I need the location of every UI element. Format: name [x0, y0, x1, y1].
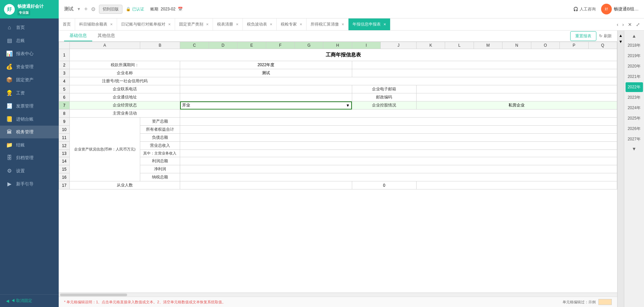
year-nav-down[interactable]: ▼: [626, 145, 643, 153]
tab-subject[interactable]: 科目辅助余额表 ✕: [75, 18, 117, 31]
reset-report-button[interactable]: 重置报表: [570, 31, 596, 41]
cell-2-label: 税款所属期间：: [70, 61, 180, 69]
col-header-q: Q: [588, 42, 617, 49]
tab-annual-report-close[interactable]: ✕: [383, 23, 386, 26]
tab-tax-table[interactable]: 税表清册 ✕: [213, 18, 243, 31]
sidebar-item-archive[interactable]: 🗄 归档管理: [0, 151, 59, 164]
service-button[interactable]: 🎧 人工咨询: [573, 6, 596, 12]
cell-16-label: 纳税总额: [140, 173, 180, 181]
tab-income-tax[interactable]: 所得税汇算清缴 ✕: [307, 18, 348, 31]
cell-6-postal[interactable]: [416, 93, 617, 101]
year-nav-up[interactable]: ▲: [626, 32, 643, 40]
sidebar-pin-toggle[interactable]: ◀ ◀ 取消固定: [0, 294, 59, 307]
collapse-up-icon: ▲: [619, 33, 623, 38]
tab-prev-button[interactable]: ‹: [615, 22, 620, 27]
reports-icon: 📊: [6, 50, 13, 57]
cell-2-value[interactable]: 2022年度: [180, 61, 352, 69]
tab-tax-fluctuation-label: 税负波动表: [247, 21, 267, 27]
year-2023[interactable]: 2023年: [626, 93, 643, 102]
dropdown-arrow-icon[interactable]: ▼: [346, 103, 350, 108]
example-cell-preview: [598, 299, 612, 305]
sidebar-item-guide[interactable]: ▶ 新手引导: [0, 177, 59, 190]
tab-next-button[interactable]: ›: [621, 22, 625, 27]
sidebar-item-ledger[interactable]: ▤ 总账: [0, 34, 59, 47]
sidebar-item-salary[interactable]: 👷 工资: [0, 86, 59, 99]
tab-tax-inspect[interactable]: 税检专家 ✕: [277, 18, 307, 31]
tab-journal-close[interactable]: ✕: [168, 23, 171, 26]
tab-home[interactable]: 首页: [59, 18, 75, 31]
sidebar-item-close[interactable]: 📁 结账: [0, 138, 59, 151]
cell-9-value[interactable]: [180, 118, 617, 126]
tab-bar: 首页 科目辅助余额表 ✕ 日记账与银行对账单核对 ✕ 固定资产类别 ✕ 税表清册…: [59, 18, 644, 31]
year-2020[interactable]: 2020年: [626, 61, 643, 71]
tab-annual-report[interactable]: 年报信息申报表 ✕: [348, 18, 390, 31]
tab-journal[interactable]: 日记账与银行对账单核对 ✕: [117, 18, 175, 31]
tab-expand-button[interactable]: ⤢: [635, 22, 641, 27]
sidebar-item-tax[interactable]: 🏛 税务管理: [0, 126, 59, 138]
shield-icon: 🔒: [126, 7, 131, 11]
cell-13-value[interactable]: [180, 150, 617, 157]
tab-close-all-button[interactable]: ✕: [627, 22, 633, 27]
old-version-button[interactable]: 切到旧版: [99, 5, 122, 14]
col-header-g: G: [294, 42, 323, 49]
cell-16-value[interactable]: [180, 173, 617, 181]
cell-10-value[interactable]: [180, 126, 617, 134]
cell-3-value[interactable]: 测试: [180, 69, 352, 77]
year-2025[interactable]: 2025年: [626, 114, 643, 123]
refresh-button[interactable]: ↻ 刷新: [599, 33, 612, 39]
cell-5-phone[interactable]: [180, 85, 352, 93]
cell-6-address[interactable]: [180, 93, 352, 101]
topbar-dropdown-arrow[interactable]: ▼: [77, 7, 81, 11]
sidebar-item-settings[interactable]: ⚙ 设置: [0, 164, 59, 177]
cell-15-value[interactable]: [180, 165, 617, 173]
tab-tax-fluctuation-close[interactable]: ✕: [270, 23, 272, 26]
cell-4-value[interactable]: [180, 77, 617, 85]
spreadsheet-scroll[interactable]: A B C D E F G H I J: [59, 42, 617, 293]
cell-title[interactable]: 工商年报信息表: [70, 49, 617, 61]
main-content: 基础信息 其他信息 重置报表 ↻ 刷新: [59, 31, 617, 307]
cell-11-value[interactable]: [180, 134, 617, 142]
sidebar-item-assets[interactable]: 📦 固定资产: [0, 73, 59, 86]
cell-14-value[interactable]: [180, 157, 617, 165]
cell-7-holding-value[interactable]: 私营企业: [416, 101, 617, 109]
user-menu[interactable]: 好 畅捷通B组…: [601, 4, 639, 14]
sub-tab-basic[interactable]: 基础信息: [64, 31, 92, 41]
topbar-add-button[interactable]: +: [84, 6, 88, 13]
sidebar-item-invoice[interactable]: 🧾 发票管理: [0, 99, 59, 113]
cell-7-status[interactable]: 开业 ▼: [180, 101, 352, 109]
year-2024[interactable]: 2024年: [626, 103, 643, 113]
cert-label: 已认证: [132, 6, 144, 12]
topbar-gear-icon[interactable]: ⚙: [91, 6, 96, 12]
tab-tax-table-close[interactable]: ✕: [236, 23, 238, 26]
cell-12-label: 营业总收入: [140, 142, 180, 150]
horizontal-scrollbar[interactable]: [59, 293, 617, 297]
tab-tax-fluctuation[interactable]: 税负波动表 ✕: [243, 18, 277, 31]
year-2027[interactable]: 2027年: [626, 134, 643, 144]
side-collapse-panel[interactable]: ▲ ▼: [617, 31, 624, 307]
footer-note: * 单元格编辑说明：1、点击单元格直接录入数值或文本。2、清空单元格数值或文本恢…: [64, 300, 226, 305]
sidebar-item-reports[interactable]: 📊 报表中心: [0, 47, 59, 60]
cell-17-zero[interactable]: 0: [352, 181, 416, 189]
year-2019[interactable]: 2019年: [626, 51, 643, 61]
year-2021[interactable]: 2021年: [626, 72, 643, 82]
year-2018[interactable]: 2018年: [626, 41, 643, 50]
cell-12-value[interactable]: [180, 142, 617, 150]
year-2022[interactable]: 2022年: [626, 82, 643, 92]
cell-17-value[interactable]: [180, 181, 352, 189]
sub-tab-other[interactable]: 其他信息: [92, 31, 120, 41]
sidebar-item-home[interactable]: ⌂ 首页: [0, 21, 59, 34]
tab-tax-inspect-close[interactable]: ✕: [300, 23, 302, 26]
footer-example-label: 单元格编辑过：示例: [562, 300, 596, 305]
cell-5-email[interactable]: [416, 85, 617, 93]
calendar-icon[interactable]: 📅: [178, 7, 183, 11]
row-num-4: 4: [59, 77, 70, 85]
sidebar-item-finance[interactable]: 💰 资金管理: [0, 60, 59, 73]
year-2026[interactable]: 2026年: [626, 124, 643, 134]
sidebar-item-inventory[interactable]: 📒 进销台账: [0, 113, 59, 126]
tab-fixed-category[interactable]: 固定资产类别 ✕: [175, 18, 213, 31]
tab-income-tax-close[interactable]: ✕: [341, 23, 344, 26]
cell-8-value[interactable]: [180, 109, 617, 118]
tab-fixed-category-close[interactable]: ✕: [206, 23, 209, 26]
sidebar-label-inventory: 进销台账: [16, 116, 34, 122]
tab-subject-close[interactable]: ✕: [110, 23, 113, 26]
